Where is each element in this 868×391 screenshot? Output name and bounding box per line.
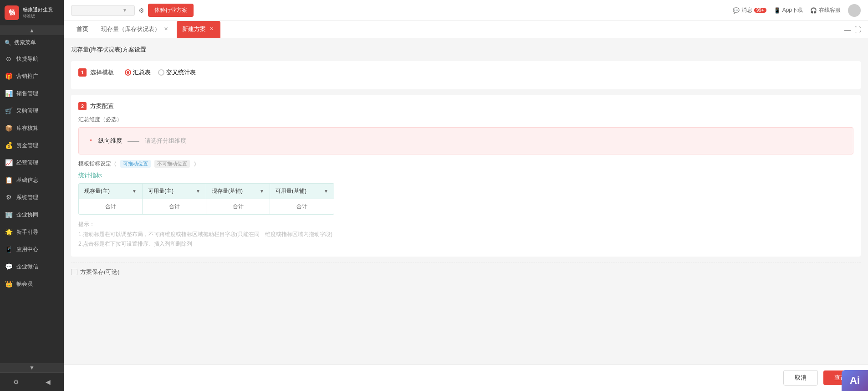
settings-bottom-icon[interactable]: ⚙	[11, 376, 21, 387]
sidebar-item-basics[interactable]: 📋 基础信息	[0, 171, 64, 189]
tab-close-icon[interactable]: ✕	[162, 26, 169, 33]
radio-label-cross: 交叉统计表	[166, 68, 196, 77]
scroll-up-arrow[interactable]: ▲	[0, 26, 64, 35]
hints-title: 提示：	[78, 221, 95, 227]
topbar-gear-icon[interactable]: ⚙	[138, 7, 144, 14]
radio-summary[interactable]: 汇总表	[125, 68, 151, 77]
sidebar-item-label: 经营管理	[16, 159, 38, 167]
stat-col-header-1[interactable]: 可用量(主) ▼	[143, 184, 206, 199]
tab-home[interactable]: 首页	[71, 21, 94, 38]
messages-label: 消息	[741, 6, 752, 14]
chevron-down-icon-2[interactable]: ▼	[260, 189, 264, 194]
sidebar-item-wechat[interactable]: 💬 企业微信	[0, 258, 64, 275]
ai-button[interactable]: Ai	[842, 370, 868, 391]
trial-button[interactable]: 体验行业方案	[148, 4, 194, 17]
required-star: *	[90, 138, 92, 144]
cancel-button[interactable]: 取消	[783, 370, 818, 386]
scroll-down-arrow[interactable]: ▼	[0, 363, 64, 372]
expand-icon[interactable]: ⛶	[854, 26, 861, 33]
stat-table: 现存量(主) ▼ 可用量(主) ▼ 现存量(基辅) ▼	[78, 183, 334, 215]
stat-col-2: 现存量(基辅) ▼	[206, 184, 270, 199]
step2-badge: 2	[78, 102, 87, 110]
tab-label: 现存量（库存状况表）	[101, 25, 160, 33]
stat-col-header-2[interactable]: 现存量(基辅) ▼	[206, 184, 270, 199]
stat-col-header-0[interactable]: 现存量(主) ▼	[79, 184, 142, 199]
sidebar-item-label: 基础信息	[16, 176, 38, 184]
sidebar-item-marketing[interactable]: 🎁 营销推广	[0, 67, 64, 85]
minimize-icon[interactable]: —	[844, 26, 851, 33]
search-input[interactable]	[75, 7, 121, 14]
headphone-icon: 🎧	[810, 7, 817, 14]
tab-inventory-status[interactable]: 现存量（库存状况表） ✕	[96, 21, 175, 38]
bottom-bar: 取消 查询	[64, 364, 868, 391]
sidebar-bottom: ⚙ ◀	[0, 372, 64, 391]
radio-label-summary: 汇总表	[133, 68, 151, 77]
hint-1: 1.拖动标题栏可以调整布局，不可跨维度或指标区域拖动栏目字段(只能在同一维度或指…	[78, 231, 332, 237]
tab-new-scheme[interactable]: 新建方案 ✕	[177, 21, 220, 38]
non-draggable-tag: 不可拖动位置	[154, 160, 190, 168]
marketing-icon: 🎁	[5, 72, 13, 80]
search-icon: 🔍	[5, 40, 11, 46]
guide-icon: 🌟	[5, 228, 13, 236]
sidebar-search[interactable]: 🔍 搜索菜单	[0, 35, 64, 50]
stat-col-header-3[interactable]: 可用量(基辅) ▼	[270, 184, 334, 199]
draggable-tag: 可拖动位置	[120, 160, 151, 168]
sidebar-item-label: 畅会员	[16, 280, 33, 288]
stat-col-3: 可用量(基辅) ▼	[270, 184, 334, 199]
sidebar-item-operation[interactable]: 📈 经营管理	[0, 154, 64, 171]
sidebar-item-quick-nav[interactable]: ⊙ 快捷导航	[0, 50, 64, 67]
online-service-label: 在线客服	[819, 6, 841, 14]
main-area: ▼ ⚙ 体验行业方案 💬 消息 99+ 📱 App下载 🎧 在线客服 首页	[64, 0, 868, 391]
stat-body-col-1: 合计	[143, 199, 206, 214]
sidebar-item-system[interactable]: ⚙ 系统管理	[0, 189, 64, 206]
quick-nav-icon: ⊙	[5, 55, 13, 63]
sidebar-item-label: 新手引导	[16, 228, 38, 236]
tab-label: 新建方案	[182, 25, 206, 33]
save-option-row: 方案保存(可选)	[71, 268, 861, 276]
sidebar-item-apps[interactable]: 📱 应用中心	[0, 241, 64, 258]
search-box[interactable]: ▼	[71, 5, 135, 16]
tab-close-icon[interactable]: ✕	[208, 26, 215, 33]
messages-item[interactable]: 💬 消息 99+	[733, 6, 766, 14]
sidebar-item-label: 采购管理	[16, 107, 38, 115]
sidebar-item-label: 企业协同	[16, 211, 38, 219]
enterprise-icon: 🏢	[5, 211, 13, 219]
step2-section: 2 方案配置 汇总维度（必选） * 纵向维度 —— 请选择分组维度 模板指标设定…	[71, 95, 861, 257]
hint-2: 2.点击标题栏下拉可设置排序、插入列和删除列	[78, 241, 192, 247]
sidebar-item-enterprise[interactable]: 🏢 企业协同	[0, 206, 64, 223]
chevron-down-icon-1[interactable]: ▼	[196, 189, 200, 194]
app-badge: 标准版	[23, 13, 53, 19]
stat-cell-1: 合计	[143, 199, 206, 214]
sidebar-item-member[interactable]: 👑 畅会员	[0, 275, 64, 293]
topbar-right: 💬 消息 99+ 📱 App下载 🎧 在线客服	[733, 4, 861, 17]
chevron-down-icon-3[interactable]: ▼	[324, 189, 328, 194]
collapse-icon[interactable]: ◀	[44, 376, 52, 387]
user-avatar[interactable]	[848, 4, 861, 17]
online-service-item[interactable]: 🎧 在线客服	[810, 6, 841, 14]
logo-text-area: 畅康通好生意 标准版	[23, 6, 53, 19]
page-title: 现存量(库存状况表)方案设置	[71, 46, 861, 54]
sidebar-item-guide[interactable]: 🌟 新手引导	[0, 223, 64, 241]
radio-cross[interactable]: 交叉统计表	[158, 68, 196, 77]
tab-label: 首页	[77, 25, 88, 33]
dimension-row: * 纵向维度 —— 请选择分组维度	[90, 137, 842, 145]
save-checkbox-box[interactable]	[71, 269, 77, 275]
sidebar-item-label: 销售管理	[16, 90, 38, 98]
app-download-item[interactable]: 📱 App下载	[774, 6, 803, 14]
stat-col-header-label-1: 可用量(主)	[148, 187, 174, 195]
finance-icon: 💰	[5, 141, 13, 149]
app-download-label: App下载	[782, 6, 803, 14]
wechat-icon: 💬	[5, 262, 13, 271]
sidebar-item-sales[interactable]: 📊 销售管理	[0, 85, 64, 102]
dimension-dash: ——	[128, 138, 139, 144]
dimension-box[interactable]: * 纵向维度 —— 请选择分组维度	[78, 127, 853, 154]
sidebar-item-purchase[interactable]: 🛒 采购管理	[0, 102, 64, 119]
sidebar-item-inventory[interactable]: 📦 库存核算	[0, 119, 64, 137]
stat-section-title: 统计指标	[78, 171, 853, 180]
sidebar-item-finance[interactable]: 💰 资金管理	[0, 137, 64, 154]
sidebar-item-label: 营销推广	[16, 72, 38, 80]
download-icon: 📱	[774, 7, 781, 14]
topbar-left: ▼ ⚙ 体验行业方案	[71, 4, 727, 17]
dimension-placeholder: 请选择分组维度	[145, 137, 186, 145]
chevron-down-icon-0[interactable]: ▼	[132, 189, 137, 194]
